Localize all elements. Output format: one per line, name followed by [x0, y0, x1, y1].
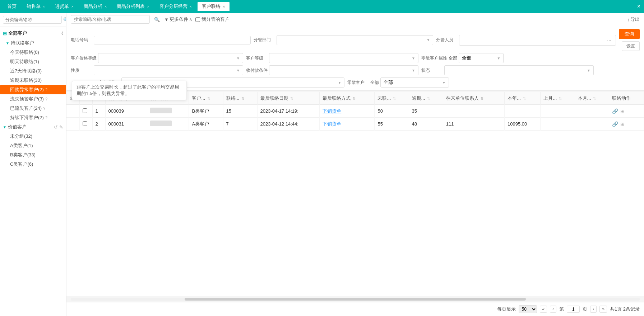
filter-status-select[interactable]: ▼: [444, 65, 594, 75]
vc-edit-icon[interactable]: ✎: [59, 124, 63, 130]
nav-close-all[interactable]: ×: [637, 3, 640, 10]
page-number-input[interactable]: [567, 306, 580, 313]
filter-dept-select[interactable]: ▼: [277, 35, 434, 45]
filter-payment-select[interactable]: ▼: [269, 65, 418, 75]
row1-link-icon[interactable]: 🔗: [612, 108, 618, 114]
export-button[interactable]: ↑ 导出: [627, 16, 640, 23]
row2-select-checkbox[interactable]: [83, 121, 87, 126]
nav-product-analysis-list[interactable]: 商品分析列表 ×: [112, 2, 153, 11]
sort-unit-contact-icon[interactable]: ⇅: [481, 96, 483, 100]
th-last-contact-date[interactable]: 最后联络日期 ⇅: [257, 92, 320, 105]
sort-unread-icon[interactable]: ⇅: [393, 96, 396, 100]
repurchase-help-icon[interactable]: ?: [45, 88, 47, 92]
row1-name[interactable]: [147, 105, 189, 118]
nav-product-analysis-list-close[interactable]: ×: [147, 4, 149, 9]
filter-retail-customer-select[interactable]: 全部 ▼: [380, 77, 449, 88]
sidebar-today-pending[interactable]: 今天待联络(0): [0, 48, 66, 57]
row2-grid-icon[interactable]: ⊞: [620, 121, 625, 127]
nav-customer-tier[interactable]: 客户分层经营 ×: [155, 2, 196, 11]
sort-last-month-icon[interactable]: ⇅: [559, 96, 562, 100]
row2-name[interactable]: [147, 118, 189, 131]
filter-search-input[interactable]: [71, 15, 150, 24]
row1-code[interactable]: 000039: [105, 105, 147, 118]
sort-contact-icon[interactable]: ⇅: [241, 96, 244, 100]
row1-last-method[interactable]: 下销货单: [320, 105, 375, 118]
nav-home[interactable]: 首页: [3, 2, 21, 11]
row1-select-checkbox[interactable]: [83, 108, 87, 113]
sidebar-search-icon[interactable]: 🔍: [63, 17, 66, 23]
sidebar-lost-warning[interactable]: 流失预警客户(3) ?: [0, 94, 66, 104]
sort-overdue-icon[interactable]: ⇅: [427, 96, 430, 100]
nav-sales[interactable]: 销售单 ×: [22, 2, 49, 11]
declining-help-icon[interactable]: ?: [45, 115, 47, 120]
filter-phone-input[interactable]: [94, 36, 251, 44]
settings-button[interactable]: 设置: [622, 41, 640, 51]
filter-price-level-select[interactable]: ▼: [98, 53, 243, 63]
sort-last-contact-method-icon[interactable]: ⇅: [353, 96, 356, 100]
vc-refresh-icon[interactable]: ↺: [54, 124, 58, 130]
first-page-button[interactable]: «: [540, 306, 547, 313]
filter-nature-select[interactable]: ▼: [94, 65, 243, 75]
row1-checkbox[interactable]: [79, 105, 92, 118]
last-page-button[interactable]: »: [599, 306, 607, 313]
th-overdue[interactable]: 逾期... ⇅: [409, 92, 443, 105]
sidebar-a-class[interactable]: A类客户(1): [0, 141, 66, 150]
sort-customer-type-icon[interactable]: ⇅: [207, 96, 210, 100]
scrollbar-thumb[interactable]: [185, 298, 526, 301]
sidebar-lost-customers[interactable]: 已流失客户(24) ?: [0, 104, 66, 113]
filter-manager-select[interactable]: ···: [459, 35, 616, 46]
sidebar-c-class[interactable]: C类客户(6): [0, 160, 66, 169]
sidebar-overdue-pending[interactable]: 逾期未联络(30): [0, 76, 66, 85]
lost-warning-help-icon[interactable]: ?: [45, 97, 47, 101]
sidebar-repurchase-abnormal[interactable]: 回购异常客户(2) ?: [0, 85, 66, 94]
nav-customer-tier-close[interactable]: ×: [190, 4, 192, 9]
sidebar-pending-section[interactable]: ▼ 待联络客户: [0, 38, 66, 48]
th-contact[interactable]: 联络... ⇅: [223, 92, 257, 105]
nav-customer-contact[interactable]: 客户联络 ×: [198, 2, 229, 11]
row1-grid-icon[interactable]: ⊞: [620, 108, 625, 114]
filter-customer-level-select[interactable]: ▼: [269, 53, 418, 63]
sidebar-search-area: 🔍: [0, 13, 66, 27]
nav-sales-close[interactable]: ×: [43, 4, 45, 9]
nav-product-analysis-close[interactable]: ×: [105, 4, 107, 9]
nav-purchase[interactable]: 进货单 ×: [51, 2, 78, 11]
page-size-select[interactable]: 50 20 100: [519, 305, 537, 313]
th-this-year[interactable]: 本年... ⇅: [505, 92, 541, 105]
sidebar-search-input[interactable]: [3, 16, 62, 24]
sidebar-collapse-btn[interactable]: 《: [59, 31, 63, 36]
my-customers-checkbox[interactable]: [195, 17, 200, 22]
nav-customer-contact-close[interactable]: ×: [223, 4, 225, 9]
next-page-button[interactable]: ›: [590, 306, 597, 313]
prev-page-button[interactable]: ‹: [550, 306, 556, 313]
sidebar-unclassified[interactable]: 未分组(32): [0, 132, 66, 141]
lost-customers-help-icon[interactable]: ?: [43, 106, 45, 110]
row2-checkbox[interactable]: [79, 118, 92, 131]
th-unread[interactable]: 未联... ⇅: [375, 92, 409, 105]
th-unit-contact[interactable]: 往来单位联系人 ⇅: [443, 92, 504, 105]
row2-link-icon[interactable]: 🔗: [612, 121, 618, 127]
sidebar-7day-pending[interactable]: 近7天待联络(0): [0, 66, 66, 76]
row2-last-method[interactable]: 下销货单: [320, 118, 375, 131]
sort-this-month-icon[interactable]: ⇅: [593, 96, 596, 100]
sidebar-tomorrow-pending[interactable]: 明天待联络(1): [0, 57, 66, 66]
more-conditions-button[interactable]: ▼ 更多条件 ∧: [164, 16, 193, 23]
my-customers-checkbox-label[interactable]: 我分管的客户: [195, 16, 230, 23]
query-button[interactable]: 查询: [619, 29, 640, 39]
nav-purchase-close[interactable]: ×: [71, 4, 73, 9]
sort-this-year-icon[interactable]: ⇅: [523, 96, 526, 100]
sidebar-value-customer-section[interactable]: ▼ 价值客户 ↺ ✎: [0, 122, 66, 132]
row2-code[interactable]: 000031: [105, 118, 147, 131]
sidebar-all-customers[interactable]: ⊞ 全部客户 《: [0, 28, 66, 38]
sort-last-contact-date-icon[interactable]: ⇅: [290, 96, 293, 100]
horizontal-scrollbar[interactable]: [71, 298, 640, 301]
th-last-month[interactable]: 上月... ⇅: [541, 92, 575, 105]
filter-search-button[interactable]: 🔍: [153, 16, 161, 23]
filter-more-dots[interactable]: ···: [606, 37, 613, 44]
filter-retail-attr-select[interactable]: 全部 ▼: [459, 53, 504, 63]
th-this-month[interactable]: 本月... ⇅: [575, 92, 609, 105]
th-last-contact-method[interactable]: 最后联络方式 ⇅: [320, 92, 375, 105]
sidebar-declining-customers[interactable]: 持续下滑客户(2) ?: [0, 113, 66, 122]
th-customer-type[interactable]: 客户... ⇅: [189, 92, 223, 105]
sidebar-b-class[interactable]: B类客户(33): [0, 150, 66, 160]
nav-product-analysis[interactable]: 商品分析 ×: [79, 2, 111, 11]
